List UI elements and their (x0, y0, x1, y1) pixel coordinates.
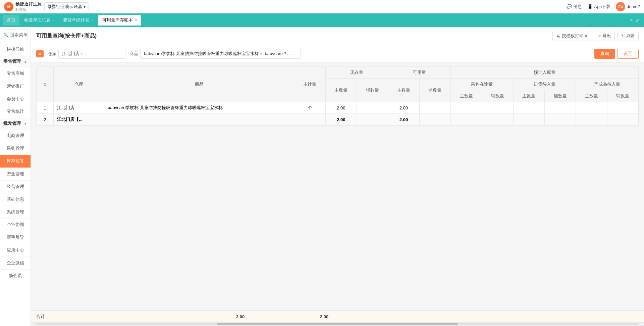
sidebar-item-marketing[interactable]: 营销推广 (0, 80, 31, 93)
tab-recv-summary-close[interactable]: × (52, 18, 54, 22)
tab-order-stats[interactable]: 要货单统计表 × (59, 15, 97, 26)
message-label: 消息 (573, 4, 582, 10)
warehouse-tag-1-remove[interactable]: × (80, 52, 83, 56)
product-tag-1-remove[interactable]: × (260, 52, 262, 56)
search-menu-button[interactable]: 🔍 搜索菜单 (3, 30, 28, 40)
th-pur-main: 主数量 (450, 90, 482, 102)
tab-available-stock[interactable]: 可用量库存账本 × (98, 15, 141, 26)
export-icon: ↗ (597, 34, 601, 39)
sidebar-item-wechat[interactable]: 企业微信 (0, 257, 31, 270)
warehouse-tag-1: 江北门店 × (61, 50, 83, 57)
message-button[interactable]: 💬 消息 (567, 4, 582, 10)
maximize-icon[interactable]: ⤢ (636, 17, 640, 24)
app-download-label: App下载 (594, 4, 610, 10)
filter-bar: » 仓库 江北门店 × ··· 商品 babycare学饮杯 儿童防摔防撞吸管杯… (31, 45, 644, 62)
industry-label: 母婴行业演示账套 (47, 4, 82, 10)
sidebar-item-retail-mgmt[interactable]: 零售管理 ▲ (0, 56, 31, 67)
tab-order-stats-label: 要货单统计表 (63, 17, 89, 23)
gear-icon[interactable]: ⚙ (43, 82, 47, 87)
sidebar-marketing-label: 营销推广 (7, 84, 24, 89)
th-planned-in: 预计入库量 (450, 67, 638, 79)
td-warehouse-1: 江北门店 (54, 102, 104, 114)
export-button[interactable]: ↗ 导出 (594, 31, 615, 41)
sidebar-basic-info-label: 基础信息 (7, 197, 24, 202)
scroll-thumb[interactable] (217, 323, 458, 325)
sidebar-item-member-center[interactable]: 会员中心 (0, 93, 31, 106)
th-prod-aux: 辅数量 (607, 90, 638, 102)
chevron-icon: ▲ (24, 59, 27, 64)
th-current-main: 主数量 (325, 79, 357, 102)
sidebar-item-retail-stats[interactable]: 零售统计 (0, 105, 31, 118)
tab-home[interactable]: 首页 (3, 15, 19, 26)
sidebar-item-retail-store[interactable]: 零售商城 (0, 67, 31, 80)
close-tab-icon[interactable]: × (630, 17, 633, 23)
footer-avail-aux (345, 314, 387, 319)
product-filter-more[interactable]: ··· (293, 51, 298, 56)
mobile-icon: 📱 (587, 4, 593, 9)
footer-pur-main (387, 314, 429, 319)
sidebar-item-new-guide[interactable]: 新手引导 (0, 231, 31, 244)
th-main-unit: 主计量 (294, 67, 325, 102)
product-tag-1-text: babycare学饮杯 儿童防摔防撞吸管杯重力球吸嘴杯宝宝水杯 (144, 51, 259, 57)
sidebar-item-vip[interactable]: 畅会员 (0, 270, 31, 282)
sidebar-app-center-label: 应用中心 (7, 247, 24, 253)
sidebar-item-system[interactable]: 系统管理 (0, 206, 31, 219)
td-no-1: 1 (37, 102, 54, 114)
product-filter-tags[interactable]: babycare学饮杯 儿童防摔防撞吸管杯重力球吸嘴杯宝宝水杯 × babyca… (140, 49, 301, 59)
td-pur-main-2 (450, 114, 482, 126)
th-product-pending: 产成品待入量 (576, 79, 639, 90)
sidebar-operations-label: 经营管理 (7, 184, 24, 190)
product-tag-1: babycare学饮杯 儿童防摔防撞吸管杯重力球吸嘴杯宝宝水杯 × (143, 50, 263, 57)
th-warehouse: 仓库 (54, 67, 104, 102)
th-available-qty: 可用量 (388, 67, 451, 79)
sidebar-item-ecommerce[interactable]: 电商管理 (0, 130, 31, 142)
tab-order-stats-close[interactable]: × (91, 18, 93, 22)
tab-available-stock-label: 可用量库存账本 (102, 17, 133, 23)
message-icon: 💬 (567, 4, 572, 9)
sidebar-item-inventory[interactable]: 库存核算 (0, 155, 31, 168)
app-download-button[interactable]: 📱 App下载 (587, 4, 610, 10)
sidebar-item-finance[interactable]: 资金管理 (0, 168, 31, 181)
sidebar-new-guide-label: 新手引导 (7, 235, 24, 240)
query-button[interactable]: 查询 (594, 49, 615, 59)
print-button[interactable]: 🖨 按模板打印 ▾ (552, 31, 591, 41)
footer-empty-unit (177, 314, 219, 319)
td-pur-aux-1 (482, 102, 513, 114)
data-table: ⚙ 仓库 商品 主计量 现存量 可用量 预计入库量 主数量 辅数量 主数量 辅数… (36, 66, 639, 126)
table-row: 1 江北门店 babycare学饮杯 儿童防摔防撞吸管杯重力球吸嘴杯宝宝水杯 个… (37, 102, 639, 114)
sidebar-item-basic-info[interactable]: 基础信息 (0, 193, 31, 206)
footer-empty-2 (94, 314, 136, 319)
sidebar-item-wholesale-mgmt[interactable]: 批发管理 ▼ (0, 118, 31, 130)
refresh-button[interactable]: ↻ 刷新 (618, 31, 639, 41)
tab-controls: × ⤢ (630, 17, 641, 24)
sidebar-item-app-center[interactable]: 应用中心 (0, 244, 31, 257)
export-label: 导出 (602, 33, 611, 39)
industry-selector[interactable]: 母婴行业演示账套 ▾ (44, 2, 89, 11)
warehouse-filter-tags[interactable]: 江北门店 × ··· (58, 49, 125, 59)
sidebar-item-enterprise-collab[interactable]: 企业协同 (0, 219, 31, 231)
td-avail-aux-1 (419, 102, 450, 114)
settings-button[interactable]: 设置 (617, 49, 639, 59)
sidebar-item-quicknav[interactable]: 快捷导航 (0, 43, 31, 56)
td-curr-main-1: 2.00 (325, 102, 357, 114)
expand-button[interactable]: » (36, 50, 44, 57)
tab-recv-summary[interactable]: 收发存汇总表 × (20, 15, 58, 26)
expand-icon: » (39, 51, 41, 56)
td-curr-aux-2 (357, 114, 388, 126)
refresh-label: 刷新 (626, 33, 635, 39)
warehouse-tag-1-text: 江北门店 (62, 51, 79, 57)
chevron-icon2: ▼ (24, 122, 27, 126)
sidebar-item-purchase[interactable]: 采购管理 (0, 142, 31, 155)
sidebar-item-operations[interactable]: 经营管理 (0, 181, 31, 193)
footer-empty-1 (52, 314, 94, 319)
page-title: 可用量查询(按仓库+商品) (36, 33, 97, 44)
footer-prod-aux (597, 314, 639, 319)
tab-available-stock-close[interactable]: × (135, 18, 137, 22)
warehouse-filter-group: 仓库 江北门店 × ··· (48, 49, 125, 59)
user-avatar-button[interactable]: Ea demo2 (616, 2, 640, 11)
scroll-track (36, 323, 639, 325)
warehouse-filter-more[interactable]: ··· (85, 51, 90, 56)
chevron-down-icon: ▾ (84, 4, 86, 9)
horizontal-scrollbar[interactable] (31, 323, 644, 326)
th-current-stock: 现存量 (325, 67, 388, 79)
